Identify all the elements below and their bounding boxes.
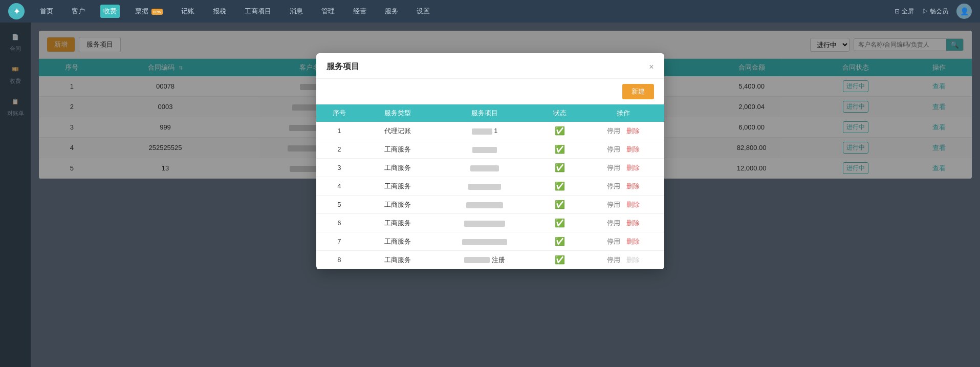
service-modal: 服务项目 × 新建 序号 服务类型 服务项目 状态: [316, 53, 664, 269]
modal-cell-status: ✅: [536, 122, 583, 140]
nav-message[interactable]: 消息: [287, 5, 306, 18]
modal-new-button[interactable]: 新建: [622, 84, 654, 99]
modal-cell-actions: 停用 删除: [583, 159, 664, 177]
modal-cell-seq: 8: [316, 251, 363, 269]
modal-table-row: 5 工商服务 ✅ 停用 删除: [316, 196, 664, 214]
modal-close-button[interactable]: ×: [649, 62, 654, 72]
modal-cell-status: ✅: [536, 159, 583, 177]
stop-button[interactable]: 停用: [607, 182, 620, 190]
modal-table-row: 7 工商服务 ✅ 停用 删除: [316, 232, 664, 251]
modal-col-type: 服务类型: [362, 104, 433, 122]
delete-button[interactable]: 删除: [626, 238, 640, 245]
status-check-icon: ✅: [555, 163, 565, 172]
modal-cell-actions: 停用 删除: [583, 177, 664, 196]
modal-cell-status: ✅: [536, 140, 583, 159]
delete-button[interactable]: 删除: [626, 201, 640, 208]
stop-button[interactable]: 停用: [607, 201, 620, 208]
stop-button[interactable]: 停用: [607, 127, 620, 135]
stop-button[interactable]: 停用: [607, 219, 620, 227]
modal-table-row: 8 工商服务 注册 ✅ 停用 删除: [316, 251, 664, 269]
modal-cell-type: 代理记账: [362, 122, 433, 140]
modal-col-item: 服务项目: [433, 104, 537, 122]
modal-cell-status: ✅: [536, 251, 583, 269]
modal-col-actions: 操作: [583, 104, 664, 122]
modal-header-row: 序号 服务类型 服务项目 状态 操作: [316, 104, 664, 122]
nav-right-side: ⊡ 全屏 ▷ 畅会员 👤: [895, 4, 972, 19]
modal-toolbar: 新建: [316, 79, 664, 104]
nav-manage[interactable]: 管理: [318, 5, 338, 18]
modal-cell-actions: 停用 删除: [583, 214, 664, 232]
modal-cell-type: 工商服务: [362, 214, 433, 232]
user-avatar[interactable]: 👤: [956, 4, 972, 19]
modal-cell-type: 工商服务: [362, 159, 433, 177]
modal-cell-status: ✅: [536, 214, 583, 232]
modal-cell-item: 注册: [433, 251, 537, 269]
status-check-icon: ✅: [555, 237, 565, 246]
delete-button[interactable]: 删除: [626, 256, 640, 264]
modal-table: 序号 服务类型 服务项目 状态 操作 1 代理记账 1 ✅ 停用 删除: [316, 104, 664, 269]
modal-cell-seq: 1: [316, 122, 363, 140]
fullscreen-btn[interactable]: ⊡ 全屏: [895, 7, 913, 16]
nav-billing[interactable]: 收费: [100, 5, 120, 18]
top-navigation: ✦ 首页 客户 收费 票据 new 记账 报税 工商项目 消息 管理 经营 服务…: [0, 0, 980, 23]
modal-cell-status: ✅: [536, 232, 583, 251]
stop-button[interactable]: 停用: [607, 145, 620, 153]
nav-bookkeeping[interactable]: 记账: [178, 5, 198, 18]
nav-settings[interactable]: 设置: [413, 5, 433, 18]
status-check-icon: ✅: [555, 219, 565, 227]
member-btn[interactable]: ▷ 畅会员: [922, 7, 948, 16]
modal-cell-actions: 停用 删除: [583, 232, 664, 251]
modal-cell-type: 工商服务: [362, 140, 433, 159]
modal-cell-type: 工商服务: [362, 196, 433, 214]
delete-button[interactable]: 删除: [626, 164, 640, 171]
modal-cell-type: 工商服务: [362, 232, 433, 251]
nav-invoice[interactable]: 票据 new: [132, 5, 166, 18]
nav-business[interactable]: 工商项目: [242, 5, 274, 18]
modal-cell-seq: 4: [316, 177, 363, 196]
delete-button[interactable]: 删除: [626, 182, 640, 190]
modal-cell-item: [433, 140, 537, 159]
modal-cell-seq: 6: [316, 214, 363, 232]
modal-cell-status: ✅: [536, 177, 583, 196]
status-check-icon: ✅: [555, 255, 565, 264]
modal-cell-seq: 2: [316, 140, 363, 159]
new-badge: new: [151, 9, 163, 15]
modal-table-row: 3 工商服务 ✅ 停用 删除: [316, 159, 664, 177]
modal-cell-item: 1: [433, 122, 537, 140]
modal-cell-type: 工商服务: [362, 177, 433, 196]
stop-button[interactable]: 停用: [607, 164, 620, 171]
nav-tax[interactable]: 报税: [210, 5, 229, 18]
modal-cell-item: [433, 214, 537, 232]
status-check-icon: ✅: [555, 145, 565, 154]
modal-col-seq: 序号: [316, 104, 363, 122]
stop-button[interactable]: 停用: [607, 238, 620, 245]
nav-service[interactable]: 服务: [382, 5, 401, 18]
nav-operation[interactable]: 经营: [350, 5, 369, 18]
modal-table-row: 4 工商服务 ✅ 停用 删除: [316, 177, 664, 196]
modal-cell-actions: 停用 删除: [583, 196, 664, 214]
modal-overlay[interactable]: 服务项目 × 新建 序号 服务类型 服务项目 状态: [31, 23, 980, 367]
app-logo: ✦: [8, 3, 25, 19]
modal-cell-actions: 停用 删除: [583, 140, 664, 159]
modal-table-row: 2 工商服务 ✅ 停用 删除: [316, 140, 664, 159]
modal-cell-item: [433, 177, 537, 196]
modal-cell-item: [433, 159, 537, 177]
modal-table-row: 1 代理记账 1 ✅ 停用 删除: [316, 122, 664, 140]
modal-col-status: 状态: [536, 104, 583, 122]
delete-button[interactable]: 删除: [626, 145, 640, 153]
stop-button[interactable]: 停用: [607, 256, 620, 264]
modal-cell-status: ✅: [536, 196, 583, 214]
content-area: 新增 服务项目 进行中 已结束 全部 🔍: [31, 23, 980, 367]
modal-scroll-area[interactable]: 序号 服务类型 服务项目 状态 操作 1 代理记账 1 ✅ 停用 删除: [316, 104, 664, 269]
delete-button[interactable]: 删除: [626, 127, 640, 135]
modal-cell-type: 工商服务: [362, 251, 433, 269]
status-check-icon: ✅: [555, 200, 565, 209]
modal-title: 服务项目: [326, 61, 359, 72]
nav-home[interactable]: 首页: [37, 5, 56, 18]
main-layout: 📄 合同 💴 收费 📋 对账单 新增 服务项目 进行中 已结束 全部: [0, 23, 980, 367]
delete-button[interactable]: 删除: [626, 219, 640, 227]
modal-table-row: 6 工商服务 ✅ 停用 删除: [316, 214, 664, 232]
modal-cell-seq: 5: [316, 196, 363, 214]
nav-customer[interactable]: 客户: [69, 5, 88, 18]
modal-cell-actions: 停用 删除: [583, 122, 664, 140]
